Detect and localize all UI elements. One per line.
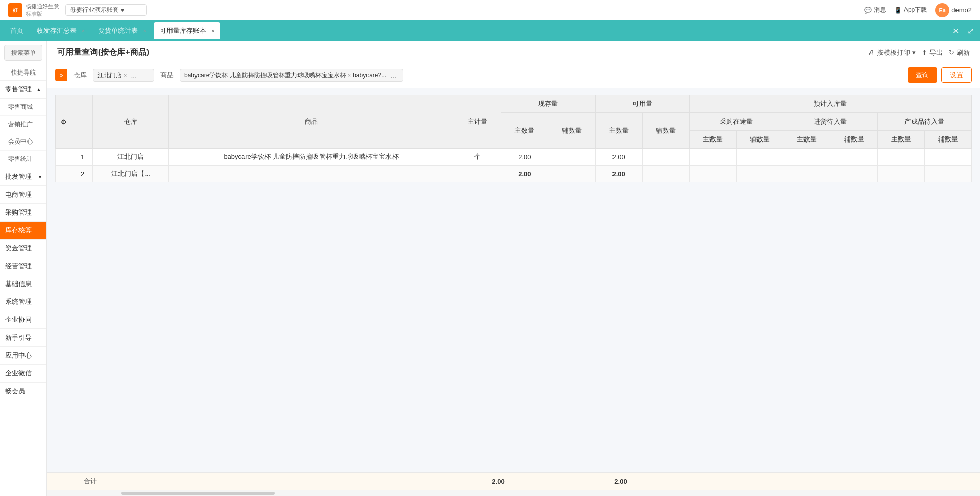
header-row-1: ⚙ 仓库 商品 主计量 现存量 可用量 预计入库量 [56,95,972,113]
cell-settings-2 [56,166,72,182]
th-purchase-main: 主数量 [689,131,736,149]
tenant-selector[interactable]: 母婴行业演示账套 ▾ [65,4,147,16]
export-label: 导出 [929,48,943,57]
sidebar-group-ecommerce-header[interactable]: 电商管理 [0,186,46,204]
close-window-btn[interactable]: ✕ [950,24,961,38]
sidebar-group-wholesale-header[interactable]: 批发管理 ▾ [0,168,46,186]
print-template-btn[interactable]: 🖨 按模板打印 ▾ [868,48,916,57]
sidebar-group-inventory: 库存核算 [0,222,46,240]
query-btn[interactable]: 查询 [908,67,937,83]
th-incoming-aux: 辅数量 [830,131,877,149]
refresh-icon: ↻ [949,49,954,56]
sidebar-group-operations-label: 经营管理 [5,262,32,271]
th-settings[interactable]: ⚙ [56,95,72,149]
product-tag-2: babycare?... [353,72,386,79]
cell-pur-main-1 [689,149,736,166]
cell-num-2: 2 [72,166,93,182]
expand-icon: » [60,72,63,79]
app-download-btn[interactable]: 📱 App下载 [894,6,927,14]
sidebar-group-collaboration-header[interactable]: 企业协同 [0,311,46,329]
sidebar-group-system-header[interactable]: 系统管理 [0,293,46,311]
export-btn[interactable]: ⬆ 导出 [922,48,943,57]
sidebar-item-retail-stats[interactable]: 零售统计 [0,151,46,168]
refresh-btn[interactable]: ↻ 刷新 [949,48,970,57]
sidebar-group-purchase-label: 采购管理 [5,208,32,217]
th-incoming-group: 进货待入量 [783,113,877,131]
warehouse-tag: 江北门店 × [97,71,127,80]
th-stock-aux: 辅数量 [548,113,595,149]
cell-avail-aux-2 [642,166,689,182]
th-incoming-main: 主数量 [783,131,830,149]
logo-area: 好 畅捷通好生意 标准版 [8,3,59,18]
product-tag-1-close[interactable]: × [348,72,351,78]
filter-bar: » 仓库 江北门店 × ... 商品 babycare学饮杯 儿童防摔防撞吸管杯… [47,62,980,88]
maximize-btn[interactable]: ⤢ [965,24,976,38]
cell-inc-main-2 [783,166,830,182]
sidebar-group-purchase-header[interactable]: 采购管理 [0,204,46,222]
sidebar-group-retail-header[interactable]: 零售管理 ▲ [0,81,46,99]
download-label: App下载 [904,6,927,14]
sidebar-item-marketing[interactable]: 营销推广 [0,116,46,133]
sidebar-item-members[interactable]: 会员中心 [0,133,46,151]
tab-receive-summary-close[interactable]: × [82,28,85,34]
sidebar-group-wholesale-label: 批发管理 [5,172,32,181]
user-area[interactable]: Ea demo2 [935,3,972,17]
tab-available-stock-close[interactable]: × [211,28,214,34]
settings-btn[interactable]: 设置 [941,67,972,83]
table-body: 1 江北门店 babycare学饮杯 儿童防摔防撞吸管杯重力球吸嘴杯宝宝水杯 个… [56,149,972,182]
sidebar-group-guide-header[interactable]: 新手引导 [0,329,46,347]
data-table: ⚙ 仓库 商品 主计量 现存量 可用量 预计入库量 主数量 辅数量 主数量 辅数… [55,95,972,182]
message-btn[interactable]: 💬 消息 [864,6,886,14]
cell-settings-1 [56,149,72,166]
cell-stock-main-1: 2.00 [501,149,548,166]
sidebar-group-wechat-header[interactable]: 企业微信 [0,365,46,383]
tenant-name: 母婴行业演示账套 [70,6,119,14]
sidebar-group-app-center-header[interactable]: 应用中心 [0,347,46,365]
warehouse-filter-tags[interactable]: 江北门店 × ... [93,69,154,82]
sidebar-group-operations-header[interactable]: 经营管理 [0,257,46,275]
th-product: 商品 [168,95,454,149]
cell-avail-main-1: 2.00 [595,149,642,166]
cell-inc-main-1 [783,149,830,166]
tab-home[interactable]: 首页 [4,22,30,39]
cell-pur-aux-2 [737,166,783,182]
sidebar-group-ecommerce-label: 电商管理 [5,190,32,199]
sidebar-group-members2-header[interactable]: 畅会员 [0,383,46,400]
tab-receive-summary-label: 收发存汇总表 [37,26,77,35]
warehouse-more-dots[interactable]: ... [129,71,139,79]
cell-unit-2 [454,166,501,182]
sidebar-item-retail-store[interactable]: 零售商城 [0,99,46,116]
sidebar-group-finance: 资金管理 [0,240,46,257]
horizontal-scrollbar[interactable] [121,492,275,495]
tab-available-stock[interactable]: 可用量库存账本 × [154,22,220,39]
product-filter-tags[interactable]: babycare学饮杯 儿童防摔防撞吸管杯重力球吸嘴杯宝宝水杯 × babyca… [180,69,403,82]
cell-prod-aux-2 [924,166,971,182]
table-header: ⚙ 仓库 商品 主计量 现存量 可用量 预计入库量 主数量 辅数量 主数量 辅数… [56,95,972,149]
message-icon: 💬 [864,7,872,14]
cell-prod-main-1 [877,149,924,166]
th-stock-main: 主数量 [501,113,548,149]
tab-order-statistics-close[interactable]: × [143,28,146,34]
sidebar-group-inventory-header[interactable]: 库存核算 [0,222,46,240]
sidebar-group-basic-info-header[interactable]: 基础信息 [0,275,46,293]
filter-expand-btn[interactable]: » [55,69,67,81]
search-menu-btn[interactable]: 搜索菜单 [4,45,42,61]
sidebar-group-finance-header[interactable]: 资金管理 [0,240,46,257]
cell-warehouse-2: 江北门店【... [93,166,169,182]
download-icon: 📱 [894,7,902,14]
chevron-down-icon: ▾ [121,7,124,14]
warehouse-tag-close[interactable]: × [124,72,127,78]
sidebar-group-wholesale: 批发管理 ▾ [0,168,46,186]
product-more-dots[interactable]: ... [388,71,399,79]
sidebar-group-members2-label: 畅会员 [5,387,25,396]
tab-receive-summary[interactable]: 收发存汇总表 × [31,22,91,39]
sidebar-group-app-center-label: 应用中心 [5,351,32,360]
total-available-main: 2.00 [590,478,651,485]
top-bar: 好 畅捷通好生意 标准版 母婴行业演示账套 ▾ 💬 消息 📱 App下载 Ea … [0,0,980,20]
quick-nav-btn[interactable]: 快捷导航 [0,65,46,81]
refresh-label: 刷新 [957,48,970,57]
message-label: 消息 [874,6,886,14]
cell-stock-aux-2 [548,166,595,182]
tab-order-statistics[interactable]: 要货单统计表 × [92,22,152,39]
th-production-aux: 辅数量 [924,131,971,149]
